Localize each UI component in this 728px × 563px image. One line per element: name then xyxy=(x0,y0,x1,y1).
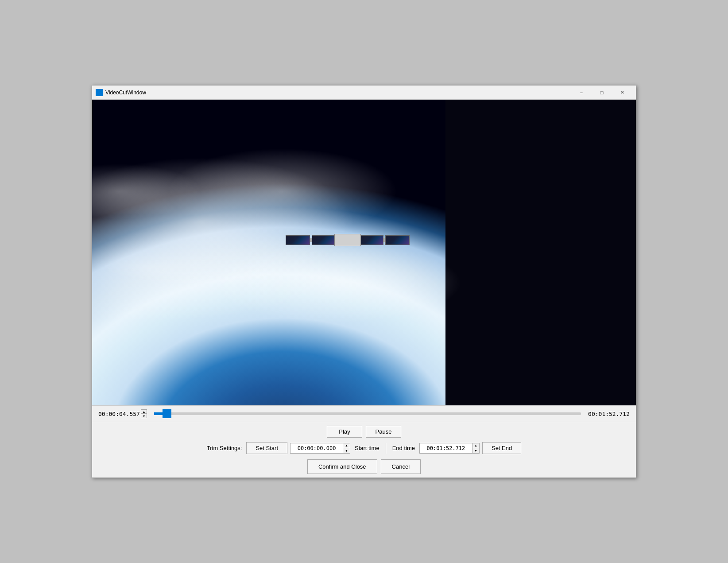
solar-panel-2 xyxy=(312,235,336,245)
timeline-track[interactable] xyxy=(154,412,581,415)
time-spinner-down[interactable]: ▼ xyxy=(141,414,147,418)
confirm-controls: Confirm and Close Cancel xyxy=(307,459,421,474)
window-controls: − □ ✕ xyxy=(571,85,632,100)
iss-solar-panels-left xyxy=(286,235,336,245)
trim-controls: Trim Settings: Set Start ▲ ▼ Start time … xyxy=(207,442,521,454)
set-end-button[interactable]: Set End xyxy=(482,442,521,454)
start-time-spinner[interactable]: ▲ ▼ xyxy=(343,443,350,454)
start-time-input[interactable] xyxy=(290,443,343,454)
confirm-close-button[interactable]: Confirm and Close xyxy=(307,459,377,474)
play-button[interactable]: Play xyxy=(327,426,362,438)
iss-solar-panels-right xyxy=(359,235,410,245)
current-time-display: 00:00:04.557 ▲ ▼ xyxy=(98,409,147,418)
titlebar: VideoCutWindow − □ ✕ xyxy=(92,85,636,100)
solar-panel-4 xyxy=(385,235,410,245)
pause-button[interactable]: Pause xyxy=(366,426,401,438)
main-window: VideoCutWindow − □ ✕ 00:00:04.557 xyxy=(92,85,636,478)
time-spinner[interactable]: ▲ ▼ xyxy=(141,409,147,418)
window-title: VideoCutWindow xyxy=(105,89,571,96)
end-time-input-group: ▲ ▼ xyxy=(419,443,480,454)
cancel-button[interactable]: Cancel xyxy=(381,459,421,474)
controls-area: Play Pause Trim Settings: Set Start ▲ ▼ … xyxy=(92,422,636,478)
solar-panel-1 xyxy=(286,235,310,245)
maximize-button[interactable]: □ xyxy=(592,85,612,100)
end-time-spinner-down[interactable]: ▼ xyxy=(472,448,479,453)
timeline-area: 00:00:04.557 ▲ ▼ 00:01:52.712 xyxy=(92,405,636,422)
end-time-spinner[interactable]: ▲ ▼ xyxy=(472,443,480,454)
end-time-spinner-up[interactable]: ▲ xyxy=(472,443,479,449)
iss-body xyxy=(334,234,361,246)
close-button[interactable]: ✕ xyxy=(612,85,632,100)
trim-settings-label: Trim Settings: xyxy=(207,445,242,451)
end-time-display: 00:01:52.712 xyxy=(588,411,630,417)
video-player xyxy=(92,100,636,405)
time-spinner-up[interactable]: ▲ xyxy=(141,409,147,414)
end-time-input[interactable] xyxy=(419,443,472,454)
solar-panel-3 xyxy=(359,235,383,245)
start-time-spinner-up[interactable]: ▲ xyxy=(343,443,350,449)
timeline-thumb[interactable] xyxy=(163,409,171,418)
start-time-input-group: ▲ ▼ xyxy=(290,443,350,454)
set-start-button[interactable]: Set Start xyxy=(246,442,287,454)
minimize-button[interactable]: − xyxy=(571,85,592,100)
playback-controls: Play Pause xyxy=(327,426,401,438)
iss-graphic xyxy=(286,209,410,271)
start-time-spinner-down[interactable]: ▼ xyxy=(343,448,350,453)
trim-divider xyxy=(386,443,386,454)
current-time-value: 00:00:04.557 xyxy=(98,411,140,417)
start-time-label: Start time xyxy=(355,445,379,451)
app-icon xyxy=(96,89,103,96)
end-time-label: End time xyxy=(392,445,415,451)
